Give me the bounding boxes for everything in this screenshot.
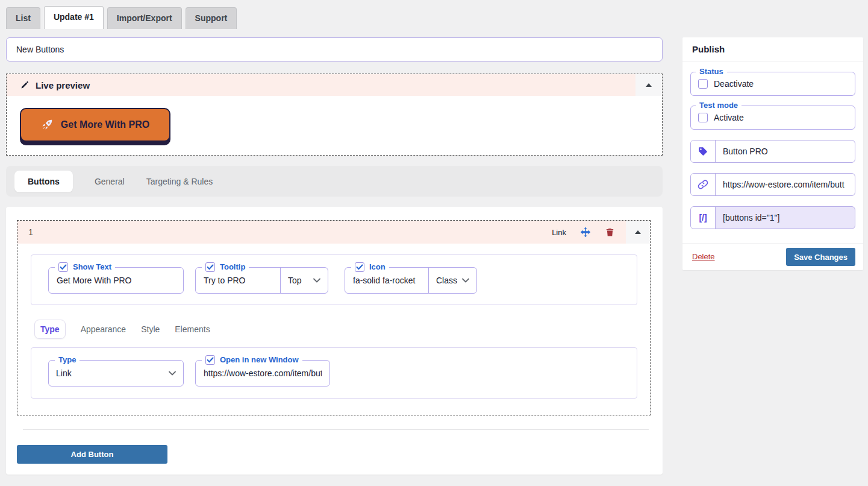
status-legend: Status <box>699 66 723 77</box>
tab-targeting-rules[interactable]: Targeting & Rules <box>146 177 213 186</box>
tooltip-label: Tooltip <box>220 262 245 273</box>
url-row <box>690 173 855 196</box>
open-new-window-label: Open in new Window <box>220 355 299 365</box>
collapse-arrow-icon <box>646 83 652 87</box>
icon-checkbox[interactable] <box>355 262 364 272</box>
save-changes-button[interactable]: Save Changes <box>786 248 855 266</box>
show-text-label: Show Text <box>73 262 111 273</box>
test-mode-legend: Test mode <box>699 100 738 111</box>
subtab-elements[interactable]: Elements <box>175 324 210 334</box>
preview-button-label: Get More With PRO <box>61 119 149 130</box>
icon-class-input[interactable] <box>345 276 428 285</box>
tooltip-checkbox[interactable] <box>205 262 215 272</box>
name-row <box>690 140 855 163</box>
publish-title: Publish <box>682 37 863 62</box>
buttons-editor-card: 1 Link <box>6 207 663 475</box>
type-field: Type Link <box>48 360 184 387</box>
chevron-down-icon <box>169 371 176 376</box>
delete-link[interactable]: Delete <box>692 252 715 261</box>
chevron-down-icon <box>313 278 320 283</box>
chevron-down-icon <box>462 278 469 283</box>
tab-update[interactable]: Update #1 <box>44 6 104 29</box>
shortcode-icon: [/] <box>691 207 716 229</box>
show-text-field: Show Text <box>48 267 184 294</box>
item-sub-tab-bar: Type Appearance Style Elements <box>34 320 210 339</box>
rocket-icon <box>41 119 53 131</box>
status-deactivate-checkbox[interactable] <box>698 79 708 89</box>
live-preview-title: Live preview <box>36 80 90 90</box>
tab-import-export[interactable]: Import/Export <box>107 7 182 29</box>
top-tab-bar: List Update #1 Import/Export Support <box>6 7 237 29</box>
button-item-index: 1 <box>28 227 33 237</box>
icon-label: Icon <box>369 262 386 273</box>
collapse-arrow-icon <box>635 230 641 234</box>
tag-icon <box>691 140 716 162</box>
shortcode-input[interactable] <box>716 207 855 229</box>
type-label: Type <box>58 355 76 365</box>
test-mode-activate-checkbox[interactable] <box>698 113 708 122</box>
button-item-type-label: Link <box>552 228 566 237</box>
tooltip-input[interactable] <box>196 276 280 285</box>
move-button[interactable] <box>579 226 592 238</box>
shortcode-row: [/] <box>690 206 855 229</box>
icon-mode-value: Class <box>436 276 457 285</box>
open-new-window-checkbox[interactable] <box>205 355 215 365</box>
title-input[interactable] <box>6 37 663 62</box>
live-preview-panel: Live preview Get More With PRO <box>6 74 663 156</box>
name-input[interactable] <box>716 140 855 162</box>
subtab-appearance[interactable]: Appearance <box>81 324 126 334</box>
live-preview-collapse-button[interactable] <box>635 74 662 96</box>
publish-panel: Publish Status Deactivate Test mode Acti… <box>682 37 863 270</box>
tab-list[interactable]: List <box>6 7 40 29</box>
icon-mode-select[interactable]: Class <box>429 268 476 293</box>
status-field: Status Deactivate <box>690 72 855 96</box>
button-item-1: 1 Link <box>17 220 651 415</box>
live-preview-header: Live preview <box>7 74 662 96</box>
pen-icon <box>20 80 30 90</box>
tooltip-position-select[interactable]: Top <box>281 268 328 293</box>
test-mode-field: Test mode Activate <box>690 106 855 130</box>
tab-buttons[interactable]: Buttons <box>14 171 73 192</box>
preview-button[interactable]: Get More With PRO <box>20 108 170 142</box>
url-input[interactable] <box>716 174 855 195</box>
link-icon <box>691 174 716 195</box>
section-tab-bar: Buttons General Targeting & Rules <box>6 166 663 197</box>
open-new-window-field: Open in new Window <box>195 360 330 387</box>
test-mode-checkbox-label: Activate <box>714 113 744 122</box>
publish-footer-divider <box>682 243 863 244</box>
card-divider <box>23 429 649 430</box>
tab-support[interactable]: Support <box>186 7 237 29</box>
tooltip-position-value: Top <box>288 276 302 285</box>
status-checkbox-label: Deactivate <box>714 79 754 89</box>
tooltip-field: Tooltip Top <box>195 267 328 294</box>
subtab-type[interactable]: Type <box>34 320 66 339</box>
add-button[interactable]: Add Button <box>17 445 167 464</box>
type-value: Link <box>56 368 72 378</box>
show-text-checkbox[interactable] <box>58 262 68 272</box>
type-settings-panel: Type Link Open in new Window <box>31 347 637 399</box>
icon-field: Icon Class <box>345 267 477 294</box>
item-collapse-button[interactable] <box>626 221 650 244</box>
delete-item-button[interactable] <box>605 227 615 238</box>
subtab-style[interactable]: Style <box>141 324 160 334</box>
tab-general[interactable]: General <box>95 177 125 186</box>
text-fields-panel: Show Text Tooltip Top <box>31 254 637 305</box>
button-item-header: 1 Link <box>17 221 650 244</box>
